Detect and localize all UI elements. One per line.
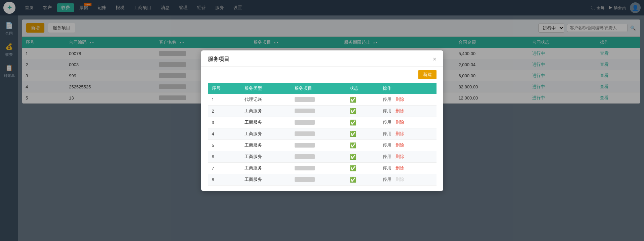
modal-cell-seq: 2: [208, 105, 241, 117]
status-check-icon: ✅: [350, 120, 356, 125]
delete-button[interactable]: 删除: [395, 131, 404, 136]
list-item: 5 工商服务 ✅ 停用 删除: [208, 139, 437, 151]
status-check-icon: ✅: [350, 165, 356, 171]
modal-cell-type: 工商服务: [240, 151, 291, 162]
status-check-icon: ✅: [350, 108, 356, 114]
delete-button: 删除: [395, 177, 404, 182]
modal-cell-type: 工商服务: [240, 174, 291, 185]
modal-col-type: 服务类型: [240, 83, 291, 94]
status-check-icon: ✅: [350, 154, 356, 160]
modal-cell-action: 停用 删除: [379, 139, 436, 151]
delete-button[interactable]: 删除: [395, 97, 404, 102]
stop-button[interactable]: 停用: [383, 120, 391, 125]
modal-cell-seq: 6: [208, 151, 241, 162]
modal-cell-seq: 4: [208, 128, 241, 139]
modal-cell-type: 工商服务: [240, 117, 291, 128]
delete-button[interactable]: 删除: [395, 120, 404, 125]
list-item: 1 代理记账 ✅ 停用 删除: [208, 94, 437, 106]
modal-cell-status: ✅: [346, 139, 379, 151]
modal-cell-action: 停用 删除: [379, 117, 436, 128]
modal-cell-status: ✅: [346, 117, 379, 128]
modal-cell-action: 停用 删除: [379, 94, 436, 106]
modal-cell-item: [291, 174, 346, 185]
modal-cell-item: [291, 151, 346, 162]
modal-cell-item: [291, 128, 346, 139]
status-check-icon: ✅: [350, 143, 356, 148]
stop-button[interactable]: 停用: [383, 131, 391, 136]
delete-button[interactable]: 删除: [395, 108, 404, 113]
modal-cell-action: 停用 删除: [379, 162, 436, 174]
stop-button[interactable]: 停用: [383, 108, 391, 113]
modal-title: 服务项目: [208, 56, 229, 63]
modal-cell-item: [291, 139, 346, 151]
list-item: 7 工商服务 ✅ 停用 删除: [208, 162, 437, 174]
stop-button[interactable]: 停用: [383, 143, 391, 148]
modal-cell-item: [291, 117, 346, 128]
modal-close-button[interactable]: ×: [433, 56, 437, 63]
modal-new-button[interactable]: 新建: [418, 70, 437, 79]
modal-cell-status: ✅: [346, 162, 379, 174]
modal-cell-type: 工商服务: [240, 139, 291, 151]
modal-cell-type: 工商服务: [240, 128, 291, 139]
modal-cell-type: 工商服务: [240, 105, 291, 117]
modal-col-status: 状态: [346, 83, 379, 94]
stop-button[interactable]: 停用: [383, 154, 391, 159]
modal-cell-item: [291, 162, 346, 174]
delete-button[interactable]: 删除: [395, 154, 404, 159]
modal-cell-seq: 1: [208, 94, 241, 106]
delete-button[interactable]: 删除: [395, 143, 404, 148]
modal-cell-status: ✅: [346, 151, 379, 162]
stop-button[interactable]: 停用: [383, 97, 391, 102]
modal-cell-seq: 7: [208, 162, 241, 174]
modal-cell-status: ✅: [346, 174, 379, 185]
modal-cell-action: 停用 删除: [379, 128, 436, 139]
modal-cell-action: 停用 删除: [379, 151, 436, 162]
modal-cell-item: [291, 105, 346, 117]
stop-button[interactable]: 停用: [383, 177, 391, 182]
stop-button[interactable]: 停用: [383, 165, 391, 170]
service-table: 序号 服务类型 服务项目 状态 操作 1 代理记账 ✅ 停用 删除 2 工商服务…: [208, 83, 437, 186]
modal-cell-seq: 8: [208, 174, 241, 185]
list-item: 2 工商服务 ✅ 停用 删除: [208, 105, 437, 117]
modal-body: 序号 服务类型 服务项目 状态 操作 1 代理记账 ✅ 停用 删除 2 工商服务…: [201, 83, 443, 191]
modal-overlay: 服务项目 × 新建 序号 服务类型 服务项目 状态 操作 1 代理记账: [0, 0, 644, 241]
modal-cell-type: 代理记账: [240, 94, 291, 106]
delete-button[interactable]: 删除: [395, 165, 404, 170]
list-item: 8 工商服务 ✅ 停用 删除: [208, 174, 437, 185]
modal-toolbar: 新建: [201, 67, 443, 83]
modal-header: 服务项目 ×: [201, 50, 443, 67]
service-modal: 服务项目 × 新建 序号 服务类型 服务项目 状态 操作 1 代理记账: [201, 50, 443, 191]
modal-cell-seq: 3: [208, 117, 241, 128]
modal-col-action: 操作: [379, 83, 436, 94]
list-item: 3 工商服务 ✅ 停用 删除: [208, 117, 437, 128]
modal-cell-status: ✅: [346, 128, 379, 139]
modal-cell-action: 停用 删除: [379, 105, 436, 117]
modal-cell-status: ✅: [346, 94, 379, 106]
status-check-icon: ✅: [350, 97, 356, 103]
modal-cell-item: [291, 94, 346, 106]
list-item: 4 工商服务 ✅ 停用 删除: [208, 128, 437, 139]
list-item: 6 工商服务 ✅ 停用 删除: [208, 151, 437, 162]
status-check-icon: ✅: [350, 131, 356, 137]
modal-col-seq: 序号: [208, 83, 241, 94]
status-check-icon: ✅: [350, 177, 356, 183]
modal-cell-status: ✅: [346, 105, 379, 117]
modal-col-item: 服务项目: [291, 83, 346, 94]
modal-cell-seq: 5: [208, 139, 241, 151]
modal-cell-type: 工商服务: [240, 162, 291, 174]
modal-cell-action: 停用 删除: [379, 174, 436, 185]
